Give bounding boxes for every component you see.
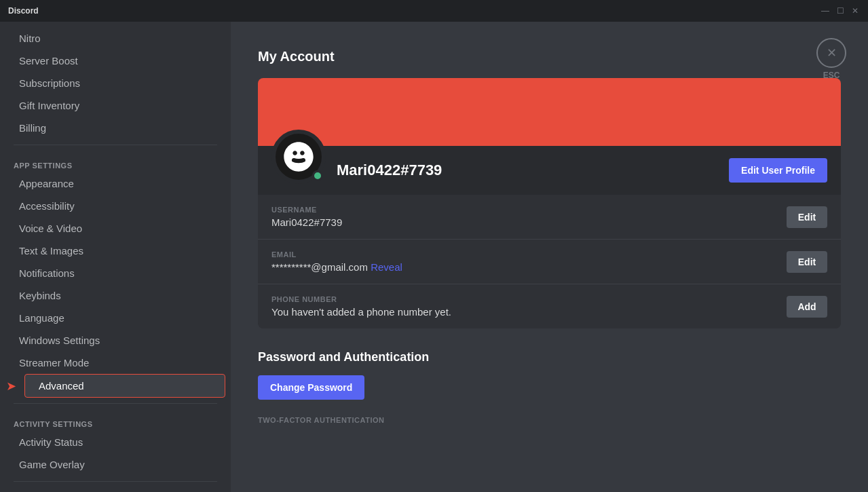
account-fields: USERNAME Mari0422#7739 Edit EMAIL ******… — [258, 195, 841, 328]
edit-email-button[interactable]: Edit — [787, 251, 827, 273]
sidebar-item-language[interactable]: Language — [5, 307, 225, 329]
sidebar-item-label: Appearance — [19, 178, 74, 189]
discord-avatar-icon — [281, 139, 316, 174]
sidebar-item-billing[interactable]: Billing — [5, 117, 225, 139]
two-fa-label: TWO-FACTOR AUTHENTICATION — [258, 416, 841, 424]
sidebar-section-activity-settings: ACTIVITY SETTINGS — [0, 409, 231, 431]
change-password-button[interactable]: Change Password — [258, 375, 364, 400]
minimize-button[interactable]: — — [820, 6, 830, 16]
sidebar-item-label: Subscriptions — [19, 77, 80, 89]
sidebar-item-advanced[interactable]: ➤ Advanced — [24, 374, 225, 398]
sidebar-item-accessibility[interactable]: Accessibility — [5, 195, 225, 217]
sidebar-item-label: Text & Images — [19, 245, 83, 257]
sidebar-item-streamer-mode[interactable]: Streamer Mode — [5, 352, 225, 374]
page-title: My Account — [258, 49, 841, 64]
field-info-email: EMAIL **********@gmail.com Reveal — [271, 250, 787, 273]
sidebar-item-label: Activity Status — [19, 436, 83, 448]
online-status-dot — [312, 170, 323, 181]
sidebar-item-label: Billing — [19, 122, 46, 134]
email-masked: **********@gmail.com — [271, 261, 368, 273]
sidebar-item-nitro[interactable]: Nitro — [5, 27, 225, 50]
sidebar-item-text-images[interactable]: Text & Images — [5, 240, 225, 262]
field-value-phone: You haven't added a phone number yet. — [271, 306, 787, 318]
sidebar-item-label: Nitro — [19, 33, 41, 44]
maximize-button[interactable]: ☐ — [835, 6, 845, 16]
sidebar-item-label: Streamer Mode — [19, 357, 89, 368]
field-value-email: **********@gmail.com Reveal — [271, 261, 787, 273]
sidebar-item-label: Windows Settings — [19, 335, 100, 346]
avatar-wrapper — [271, 130, 326, 184]
sidebar-item-server-boost[interactable]: Server Boost — [5, 50, 225, 72]
sidebar-item-label: Gift Inventory — [19, 100, 79, 111]
window-controls: — ☐ ✕ — [820, 6, 860, 16]
password-section-title: Password and Authentication — [258, 350, 841, 364]
sidebar-item-label: Keybinds — [19, 290, 61, 301]
app-title: Discord — [8, 6, 39, 16]
password-section: Password and Authentication Change Passw… — [258, 350, 841, 424]
sidebar-item-label: Voice & Video — [19, 223, 82, 234]
sidebar-item-voice-video[interactable]: Voice & Video — [5, 217, 225, 240]
sidebar-item-label: Language — [19, 312, 64, 324]
profile-username: Mari0422#7739 — [337, 162, 718, 179]
sidebar-section-app-settings: APP SETTINGS — [0, 151, 231, 172]
sidebar-item-gift-inventory[interactable]: Gift Inventory — [5, 94, 225, 117]
arrow-icon: ➤ — [6, 379, 16, 394]
sidebar-item-activity-status[interactable]: Activity Status — [5, 431, 225, 453]
field-label-username: USERNAME — [271, 206, 787, 214]
sidebar-item-label: Server Boost — [19, 55, 78, 67]
sidebar-item-game-overlay[interactable]: Game Overlay — [5, 453, 225, 476]
field-label-email: EMAIL — [271, 250, 787, 259]
sidebar: Nitro Server Boost Subscriptions Gift In… — [0, 22, 231, 492]
field-row-email: EMAIL **********@gmail.com Reveal Edit — [258, 240, 841, 284]
esc-label: ESC — [823, 71, 840, 80]
profile-card: Mari0422#7739 Edit User Profile USERNAME… — [258, 78, 841, 328]
sidebar-item-label: Notifications — [19, 267, 75, 279]
field-row-phone: PHONE NUMBER You haven't added a phone n… — [258, 284, 841, 328]
edit-username-button[interactable]: Edit — [787, 206, 827, 228]
reveal-email-link[interactable]: Reveal — [371, 261, 402, 273]
close-button[interactable]: ✕ — [850, 6, 860, 16]
field-row-username: USERNAME Mari0422#7739 Edit — [258, 195, 841, 240]
profile-info-row: Mari0422#7739 Edit User Profile — [258, 146, 841, 195]
sidebar-item-label: Game Overlay — [19, 459, 85, 470]
sidebar-item-label: Accessibility — [19, 200, 75, 212]
esc-circle-icon: ✕ — [816, 38, 846, 68]
add-phone-button[interactable]: Add — [787, 296, 827, 318]
field-value-username: Mari0422#7739 — [271, 216, 787, 228]
profile-banner — [258, 78, 841, 146]
field-info-phone: PHONE NUMBER You haven't added a phone n… — [271, 295, 787, 318]
app-body: Nitro Server Boost Subscriptions Gift In… — [0, 22, 868, 492]
main-content: ✕ ESC My Account Mari0422 — [231, 22, 868, 492]
edit-profile-button[interactable]: Edit User Profile — [729, 158, 827, 183]
sidebar-divider-2 — [14, 403, 217, 404]
esc-button[interactable]: ✕ ESC — [816, 38, 846, 80]
sidebar-item-subscriptions[interactable]: Subscriptions — [5, 72, 225, 94]
field-label-phone: PHONE NUMBER — [271, 295, 787, 303]
sidebar-item-notifications[interactable]: Notifications — [5, 262, 225, 284]
sidebar-divider-3 — [14, 481, 217, 482]
field-info-username: USERNAME Mari0422#7739 — [271, 206, 787, 228]
sidebar-item-label: Advanced — [39, 380, 84, 392]
sidebar-item-keybinds[interactable]: Keybinds — [5, 284, 225, 307]
sidebar-divider-1 — [14, 145, 217, 145]
sidebar-item-windows-settings[interactable]: Windows Settings — [5, 329, 225, 352]
sidebar-item-whats-new[interactable]: What's New — [5, 487, 225, 492]
sidebar-item-appearance[interactable]: Appearance — [5, 172, 225, 195]
titlebar: Discord — ☐ ✕ — [0, 0, 868, 22]
